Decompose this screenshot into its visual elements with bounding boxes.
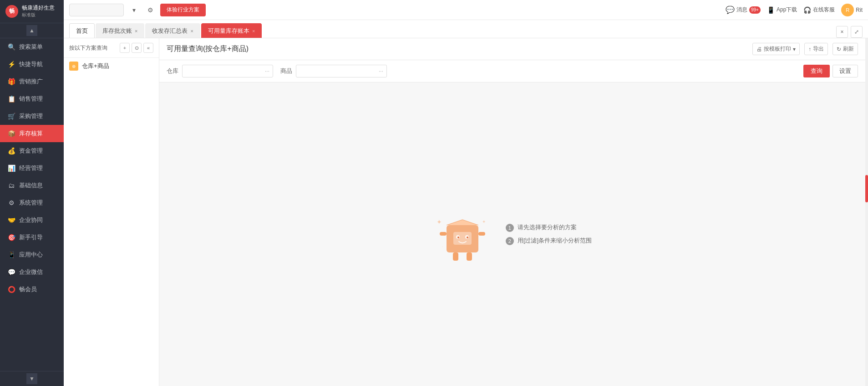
chevron-down-icon: ▾ bbox=[793, 46, 796, 52]
query-submit-btn[interactable]: 查询 bbox=[803, 65, 830, 77]
svg-rect-7 bbox=[478, 232, 485, 236]
inventory-icon: 📦 bbox=[7, 130, 15, 137]
app-download-btn[interactable]: 📱 App下载 bbox=[767, 6, 797, 14]
member-icon: ⭕ bbox=[7, 286, 15, 293]
system-icon: ⚙ bbox=[7, 199, 15, 206]
wechat-icon: 💬 bbox=[7, 268, 15, 276]
sidebar-scroll-up-btn[interactable]: ▲ bbox=[26, 25, 37, 36]
filter-collapse-btn[interactable]: « bbox=[143, 43, 153, 53]
sidebar-scroll-up[interactable]: ▲ bbox=[0, 23, 64, 38]
sidebar-item-search[interactable]: 🔍 搜索菜单 bbox=[0, 38, 64, 56]
shortcut-icon: ⚡ bbox=[7, 61, 15, 68]
goods-more-icon[interactable]: ··· bbox=[379, 68, 383, 74]
message-icon: 💬 bbox=[726, 5, 735, 14]
empty-state: ✦ ✦ · 1 请先选择要分析的方案 2 用[过滤]条件来缩小分析范围 bbox=[159, 82, 865, 386]
operations-icon: 📊 bbox=[7, 165, 15, 172]
scroll-thumb bbox=[865, 175, 868, 202]
empty-svg: ✦ ✦ · bbox=[433, 207, 492, 266]
topbar-search-input[interactable] bbox=[69, 4, 124, 16]
sidebar-item-shortcut[interactable]: ⚡ 快捷导航 bbox=[0, 56, 64, 73]
sidebar-scroll-down[interactable]: ▼ bbox=[0, 371, 64, 386]
refresh-btn[interactable]: ↻ 刷新 bbox=[832, 43, 858, 55]
sidebar-item-wechat[interactable]: 💬 企业微信 bbox=[0, 263, 64, 281]
svg-point-4 bbox=[457, 237, 459, 238]
warehouse-input[interactable] bbox=[182, 65, 273, 77]
sidebar-item-appstore[interactable]: 📱 应用中心 bbox=[0, 246, 64, 263]
tabbar: 首页 库存批次账 × 收发存汇总表 × 可用量库存账本 × × ⤢ bbox=[64, 20, 868, 38]
customer-service-btn[interactable]: 🎧 在线客服 bbox=[803, 6, 835, 14]
tab-receive-close[interactable]: × bbox=[190, 28, 193, 34]
content-area: 按以下方案查询 + ⊙ « ⊕ 仓库+商品 可用量查询(按仓库+商品) 🖨 bbox=[64, 38, 868, 386]
topbar-gear-btn[interactable]: ⚙ bbox=[144, 4, 157, 16]
filter-item-icon: ⊕ bbox=[69, 62, 78, 71]
goods-input[interactable] bbox=[296, 65, 387, 77]
tab-close-all-btn[interactable]: × bbox=[836, 26, 848, 38]
topbar: ▾ ⚙ 体验行业方案 💬 消息 99+ 📱 App下载 🎧 在线客服 R bbox=[64, 0, 868, 20]
sidebar-item-basic[interactable]: 🗂 基础信息 bbox=[0, 177, 64, 194]
empty-illustration: ✦ ✦ · bbox=[433, 207, 487, 262]
filter-title: 按以下方案查询 bbox=[69, 44, 107, 52]
tab-batch[interactable]: 库存批次账 × bbox=[96, 23, 144, 38]
goods-label: 商品 bbox=[280, 67, 292, 75]
svg-rect-6 bbox=[440, 232, 447, 236]
sidebar: 畅 畅康通好生意 标准版 ▲ 🔍 搜索菜单 ⚡ 快捷导航 🎁 营销推广 📋 销售… bbox=[0, 0, 64, 386]
step-2-num: 2 bbox=[506, 237, 514, 245]
filter-settings-btn[interactable]: ⊙ bbox=[132, 43, 142, 53]
tab-available[interactable]: 可用量库存账本 × bbox=[201, 23, 262, 38]
message-btn[interactable]: 💬 消息 99+ bbox=[726, 5, 761, 14]
tab-home[interactable]: 首页 bbox=[69, 23, 95, 38]
tab-expand-btn[interactable]: ⤢ bbox=[851, 26, 863, 38]
message-badge: 99+ bbox=[749, 6, 761, 14]
page-title: 可用量查询(按仓库+商品) bbox=[167, 44, 249, 54]
topbar-dropdown-btn[interactable]: ▾ bbox=[127, 4, 140, 16]
warehouse-more-icon[interactable]: ··· bbox=[265, 68, 269, 74]
finance-icon: 💰 bbox=[7, 147, 15, 154]
search-icon: 🔍 bbox=[7, 43, 15, 51]
sidebar-item-sales[interactable]: 📋 销售管理 bbox=[0, 90, 64, 108]
sidebar-item-finance[interactable]: 💰 资金管理 bbox=[0, 142, 64, 160]
sidebar-item-member[interactable]: ⭕ 畅会员 bbox=[0, 281, 64, 298]
sidebar-item-enterprise[interactable]: 🤝 企业协同 bbox=[0, 211, 64, 229]
user-avatar: R bbox=[841, 4, 854, 16]
warehouse-field: 仓库 ··· bbox=[167, 65, 273, 77]
sidebar-logo: 畅 畅康通好生意 标准版 bbox=[0, 0, 64, 23]
step-1-num: 1 bbox=[506, 224, 514, 232]
goods-field: 商品 ··· bbox=[280, 65, 387, 77]
sidebar-item-newbie[interactable]: 🎯 新手引导 bbox=[0, 229, 64, 246]
sidebar-item-inventory[interactable]: 📦 库存核算 bbox=[0, 125, 64, 142]
right-scrollbar[interactable] bbox=[865, 38, 868, 386]
warehouse-label: 仓库 bbox=[167, 67, 178, 75]
print-btn[interactable]: 🖨 按模板打印 ▾ bbox=[752, 43, 800, 55]
sidebar-item-purchase[interactable]: 🛒 采购管理 bbox=[0, 108, 64, 125]
query-settings-btn[interactable]: 设置 bbox=[832, 65, 858, 77]
sidebar-item-system[interactable]: ⚙ 系统管理 bbox=[0, 194, 64, 211]
industry-solution-btn[interactable]: 体验行业方案 bbox=[160, 4, 206, 16]
filter-add-btn[interactable]: + bbox=[120, 43, 130, 53]
basic-icon: 🗂 bbox=[7, 182, 15, 189]
page-header: 可用量查询(按仓库+商品) 🖨 按模板打印 ▾ ↑ 导出 ↻ 刷新 bbox=[159, 38, 865, 60]
tab-receive[interactable]: 收发存汇总表 × bbox=[145, 23, 200, 38]
logo-icon: 畅 bbox=[5, 5, 18, 18]
filter-warehouse-goods[interactable]: ⊕ 仓库+商品 bbox=[64, 58, 159, 74]
logo-text: 畅康通好生意 bbox=[22, 5, 55, 12]
export-btn[interactable]: ↑ 导出 bbox=[804, 43, 828, 55]
print-icon: 🖨 bbox=[756, 46, 762, 52]
sidebar-scroll-down-btn[interactable]: ▼ bbox=[26, 373, 37, 384]
enterprise-icon: 🤝 bbox=[7, 216, 15, 224]
appstore-icon: 📱 bbox=[7, 251, 15, 258]
export-icon: ↑ bbox=[808, 46, 811, 52]
user-profile[interactable]: R Rit bbox=[841, 4, 863, 16]
sidebar-item-operations[interactable]: 📊 经营管理 bbox=[0, 160, 64, 177]
empty-step-2: 2 用[过滤]条件来缩小分析范围 bbox=[506, 237, 592, 245]
sidebar-item-marketing[interactable]: 🎁 营销推广 bbox=[0, 73, 64, 90]
svg-text:·: · bbox=[442, 245, 443, 249]
newbie-icon: 🎯 bbox=[7, 234, 15, 241]
query-bar: 仓库 ··· 商品 ··· 查询 设置 bbox=[159, 60, 865, 82]
tab-batch-close[interactable]: × bbox=[135, 28, 137, 34]
refresh-icon: ↻ bbox=[837, 46, 841, 52]
purchase-icon: 🛒 bbox=[7, 113, 15, 120]
main-wrapper: ▾ ⚙ 体验行业方案 💬 消息 99+ 📱 App下载 🎧 在线客服 R bbox=[64, 0, 868, 386]
tab-available-close[interactable]: × bbox=[252, 28, 255, 34]
empty-text: 1 请先选择要分析的方案 2 用[过滤]条件来缩小分析范围 bbox=[506, 223, 592, 245]
main-content: 可用量查询(按仓库+商品) 🖨 按模板打印 ▾ ↑ 导出 ↻ 刷新 bbox=[159, 38, 865, 386]
